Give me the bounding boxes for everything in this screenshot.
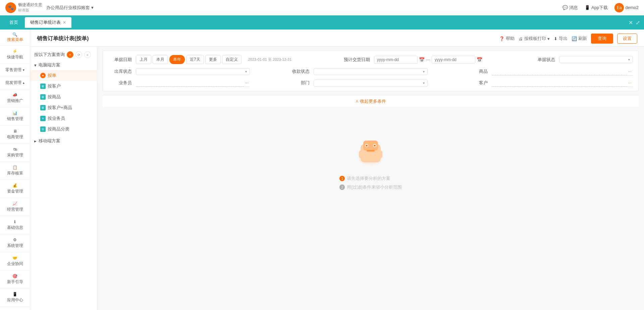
customer-input[interactable]: [492, 79, 627, 87]
empty-robot-svg: [354, 134, 387, 167]
help-button[interactable]: ❓ 帮助: [499, 36, 515, 42]
ship-status-arrow-icon: ▾: [245, 70, 247, 73]
sales-tab-label: 销售订单统计表: [30, 19, 61, 25]
export-icon: ⬇: [554, 36, 557, 41]
panel-item-by-customer-goods[interactable]: ⊞ 按客户+商品: [30, 102, 97, 113]
main-layout: 🔍 搜索菜单 ⚡ 快捷导航 零售管理 ▾ 批发管理 ▴ 📣 营销推广 📊 销售管…: [0, 30, 644, 310]
sidebar-item-marketing[interactable]: 📣 营销推广: [0, 89, 30, 107]
panel-collapse-button[interactable]: «: [84, 51, 91, 58]
salesman-input[interactable]: [136, 79, 244, 87]
panel-item-by-goods[interactable]: ⊞ 按商品: [30, 92, 97, 102]
sidebar-item-inventory[interactable]: 📋 库存核算: [0, 162, 30, 180]
logo-text: 畅捷通好生意: [18, 2, 42, 8]
expected-date-start[interactable]: [374, 56, 418, 64]
date-btn-more[interactable]: 更多: [205, 55, 221, 64]
logo-text-block: 畅捷通好生意 标准版: [18, 2, 42, 13]
sidebar-item-wholesale[interactable]: 批发管理 ▴: [0, 76, 30, 89]
panel-add-button[interactable]: +: [67, 51, 73, 58]
date-btn-last-month[interactable]: 上月: [136, 55, 151, 64]
left-panel: 按以下方案查询 + ⟳ « ▾ 电脑端方案 ● 按单 ⊞ 按客户: [30, 47, 97, 310]
svg-rect-9: [379, 151, 382, 158]
tab-expand-icon[interactable]: ⤢: [636, 19, 640, 26]
panel-header: 按以下方案查询 + ⟳ «: [30, 49, 97, 60]
pay-status-arrow-icon: ▾: [423, 70, 425, 73]
page-title: 销售订单统计表(按单): [37, 35, 89, 42]
salesman-more-icon[interactable]: ···: [244, 81, 250, 85]
help-icon: ❓: [499, 36, 504, 41]
collapse-row[interactable]: ∧ 收起更多条件: [103, 95, 639, 107]
sidebar-item-newbie[interactable]: 🎯 新手引导: [0, 270, 30, 289]
empty-state: 1 请先选择要分析的方案 2 用[过滤]条件来缩小分析范围: [103, 107, 639, 218]
ecommerce-icon: 🖥: [13, 129, 17, 134]
settings-button[interactable]: 设置: [617, 34, 637, 44]
date-btn-this-year[interactable]: 本年: [169, 55, 185, 64]
expand-arrow-icon: ▾: [34, 63, 37, 68]
panel-group-mobile[interactable]: ▸ 移动端方案: [30, 136, 97, 146]
goods-input-area: ···: [492, 67, 633, 75]
date-btn-7days[interactable]: 近7天: [186, 55, 204, 64]
finance-icon: 💰: [12, 183, 17, 188]
retail-arrow-icon: ▾: [23, 68, 24, 72]
sidebar-item-ecommerce[interactable]: 🖥 电商管理: [0, 125, 30, 144]
by-category-icon: ⊟: [40, 126, 46, 132]
print-button[interactable]: 🖨 按模板打印 ▾: [519, 36, 550, 42]
cal-icon-start[interactable]: 📅: [419, 57, 425, 62]
panel-refresh-button[interactable]: ⟳: [75, 51, 82, 58]
tab-bar: 首页 销售订单统计表 ✕ ✕ ⤢: [0, 15, 644, 30]
tab-close-icon[interactable]: ✕: [63, 20, 66, 25]
sidebar-item-retail[interactable]: 零售管理 ▾: [0, 64, 30, 76]
print-icon: 🖨: [519, 36, 523, 41]
tab-close-all-icon[interactable]: ✕: [629, 19, 633, 26]
pay-status-select[interactable]: ▾: [314, 68, 428, 75]
tab-home[interactable]: 首页: [4, 17, 23, 28]
sidebar-item-enterprise-collab[interactable]: 🤝 企业协同: [0, 252, 30, 270]
panel-item-by-category[interactable]: ⊟ 按商品分类: [30, 124, 97, 135]
sidebar-item-enterprise-wechat[interactable]: 💬 企业微信: [0, 307, 30, 310]
query-button[interactable]: 查询: [591, 34, 613, 44]
sales-icon: 📊: [12, 111, 17, 115]
by-goods-icon: ⊞: [40, 94, 46, 100]
customer-label: 客户: [464, 80, 488, 86]
basic-info-icon: ℹ: [14, 219, 16, 224]
panel-item-by-order[interactable]: ● 按单: [30, 70, 97, 81]
export-button[interactable]: ⬇ 导出: [554, 36, 568, 42]
mobile-expand-arrow-icon: ▸: [34, 139, 37, 144]
goods-input[interactable]: [492, 67, 627, 75]
date-btn-custom[interactable]: 自定义: [222, 55, 241, 64]
message-button[interactable]: 💬 消息: [562, 5, 578, 11]
panel-title: 按以下方案查询: [34, 52, 65, 58]
sidebar-item-system[interactable]: ⚙ 系统管理: [0, 234, 30, 252]
sidebar-item-operations[interactable]: 📈 经营管理: [0, 198, 30, 216]
expected-date-end[interactable]: [432, 56, 475, 64]
goods-more-icon[interactable]: ···: [627, 69, 633, 74]
empty-tip-1: 1 请先选择要分析的方案: [339, 174, 401, 183]
sidebar-item-finance[interactable]: 💰 资金管理: [0, 180, 30, 198]
dept-select[interactable]: ▾: [314, 80, 428, 87]
sidebar-item-search[interactable]: 🔍 搜索菜单: [0, 30, 30, 46]
user-avatar: Ea: [614, 3, 624, 12]
sidebar-item-sales[interactable]: 📊 销售管理: [0, 107, 30, 125]
refresh-button[interactable]: 🔄 刷新: [572, 36, 587, 42]
date-btn-this-month[interactable]: 本月: [153, 55, 168, 64]
customer-more-icon[interactable]: ···: [627, 81, 633, 85]
sidebar-item-quick-nav[interactable]: ⚡ 快捷导航: [0, 46, 30, 64]
app-download-button[interactable]: 📱 App下载: [585, 5, 608, 11]
app-title[interactable]: 办公用品行业模拟账套 ▾: [46, 5, 94, 11]
sidebar-item-basic-info[interactable]: ℹ 基础信息: [0, 216, 30, 234]
sidebar-item-purchase[interactable]: 🛍 采购管理: [0, 144, 30, 162]
salesman-input-area: ···: [136, 79, 250, 87]
ship-status-select[interactable]: ▾: [136, 68, 250, 75]
bill-status-select[interactable]: ▾: [559, 56, 633, 63]
tab-sales-order[interactable]: 销售订单统计表 ✕: [25, 17, 71, 28]
user-profile[interactable]: Ea demo2: [614, 3, 639, 12]
customer-input-area: ···: [492, 79, 633, 87]
cal-icon-end[interactable]: 📅: [477, 57, 482, 62]
bill-status-label: 单据状态: [532, 57, 555, 63]
right-content: 单据日期 上月 本月 本年 近7天 更多 自定义 2023-01-01 至 20…: [97, 47, 644, 310]
panel-item-by-salesman[interactable]: ≡ 按业务员: [30, 113, 97, 124]
sidebar-item-app-center[interactable]: 📱 应用中心: [0, 289, 30, 307]
panel-group-desktop[interactable]: ▾ 电脑端方案: [30, 60, 97, 70]
newbie-icon: 🎯: [12, 274, 17, 278]
logo-sub: 标准版: [18, 8, 42, 13]
panel-item-by-customer[interactable]: ⊞ 按客户: [30, 81, 97, 92]
